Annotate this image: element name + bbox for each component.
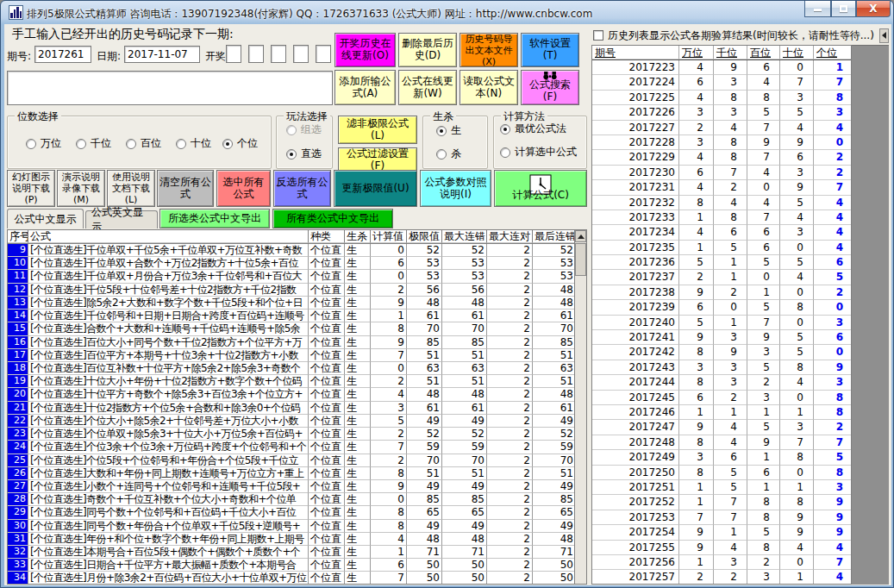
parameter-reference-button[interactable]: 公式参数对照说明(I) bbox=[420, 170, 491, 207]
radio-wanwei[interactable]: 万位 bbox=[26, 136, 61, 151]
formula-input-area[interactable] bbox=[7, 71, 333, 105]
radio-sheng[interactable]: 生 bbox=[436, 123, 461, 138]
doc-download-button[interactable]: 使用说明文档下载(L) bbox=[107, 170, 155, 207]
invert-selection-button[interactable]: 反选所有公式 bbox=[273, 170, 331, 207]
select-all-formulas-button[interactable]: 选中所有公式 bbox=[216, 170, 271, 207]
history-table: 期号 万位 千位 百位 十位 个位 2017223496012017224634… bbox=[591, 45, 852, 585]
scroll-left-button[interactable] bbox=[879, 28, 889, 43]
formula-row[interactable]: 27[个位直选生]小数个+连同号+个位邻号和+连顺号+千位5段+个位直生9494… bbox=[8, 480, 586, 493]
cell-digit-5: 2 bbox=[814, 285, 852, 300]
cell-kind: 个位直 bbox=[309, 362, 345, 375]
update-limit-button[interactable]: 更新极限值(U) bbox=[334, 170, 417, 207]
formula-row[interactable]: 14[个位直选生]千位邻号和+日期+日期合+跨度+百位码+连顺号个位直生1616… bbox=[8, 310, 586, 322]
formula-row[interactable]: 17[个位直选生]百位平方+本期号+十位3余+十位2指数方+小数个位直生7515… bbox=[8, 349, 586, 362]
draw-digit-input-1[interactable] bbox=[226, 45, 241, 63]
formula-row[interactable]: 24[个位直选生]个位3余+个位3余+万位码+跨度+个位邻号和+个个位直生759… bbox=[8, 441, 586, 454]
calculate-button[interactable]: 计算公式(C) bbox=[494, 170, 587, 207]
verify-checkbox[interactable] bbox=[593, 30, 603, 41]
radio-shiwei[interactable]: 十位 bbox=[176, 136, 211, 151]
clear-formulas-button[interactable]: 清空所有公式 bbox=[157, 170, 214, 207]
formula-row[interactable]: 30[个位直选生]同号个数+年份合+个位单双+千位5段+逆顺号+个位直生8494… bbox=[8, 520, 586, 533]
formula-row[interactable]: 13[个位直选生]除5余2+大数和+数字个数+千位5段+和个位+日个位直生948… bbox=[8, 297, 586, 310]
formula-row[interactable]: 22[个位直选生]个位大小+除5余2+十位邻号差+万位大小+小数个位直生5494… bbox=[8, 415, 586, 428]
cell-calc: 6 bbox=[371, 559, 407, 572]
slide-download-button[interactable]: 幻灯图示说明下载(P) bbox=[7, 170, 55, 207]
export-history-button[interactable]: 历史号码导出文本文件(X) bbox=[460, 33, 518, 67]
digit-select-title: 位数选择 bbox=[15, 109, 61, 124]
delete-last-history-button[interactable]: 删除最后历史(D) bbox=[398, 33, 457, 67]
formula-row[interactable]: 19[个位直选生]十位大小+年份+十位2指数方+数字个数+个位码个位直生2515… bbox=[8, 375, 586, 388]
formula-row[interactable]: 26[个位直选生]大数和+年份+同上期数+连顺号+万位立方+重上个位直生8515… bbox=[8, 467, 586, 480]
cell-kind: 个位直 bbox=[309, 322, 345, 335]
close-button[interactable]: X bbox=[856, 1, 891, 17]
cell-digit-5: 8 bbox=[814, 405, 852, 420]
period-input[interactable]: 2017261 bbox=[34, 46, 91, 63]
export-all-button[interactable]: 所有类公式中文导出 bbox=[272, 209, 393, 228]
cell-ss: 生 bbox=[345, 270, 371, 283]
update-history-online-button[interactable]: 开奖历史在线更新(O) bbox=[334, 33, 396, 67]
formula-row[interactable]: 20[个位直选生]十位平方+奇数个+除5余3+百位3余+个位立方+个位直生448… bbox=[8, 388, 586, 401]
scroll-up-button[interactable] bbox=[575, 230, 586, 242]
formula-table-scrollbar[interactable] bbox=[574, 230, 586, 584]
formula-row[interactable]: 15[个位直选生]合数个+大数和+连顺号+千位码+连顺号+除5余个位直生8707… bbox=[8, 322, 586, 335]
cell-digit-4: 3 bbox=[780, 91, 814, 105]
filter-non-limit-button[interactable]: 滤非极限公式(L) bbox=[338, 116, 417, 144]
cell-max-err: 53 bbox=[442, 257, 487, 270]
app-icon bbox=[9, 5, 23, 20]
software-settings-button[interactable]: 软件设置(T) bbox=[521, 33, 579, 67]
history-row: 201723651556 bbox=[592, 255, 851, 270]
title-bar[interactable]: 排列5极限公式精算师 咨询电话：13907192348(付家辉) QQ：1726… bbox=[1, 1, 893, 24]
tab-formula-chinese[interactable]: 公式中文显示 bbox=[7, 209, 84, 228]
cell-last-err: 51 bbox=[533, 467, 576, 480]
radio-baiwei[interactable]: 百位 bbox=[126, 136, 161, 151]
video-download-button[interactable]: 演示说明录像下载(M) bbox=[57, 170, 105, 207]
cell-period: 2017226 bbox=[592, 105, 679, 120]
cell-calc: 1 bbox=[371, 310, 407, 322]
formula-row[interactable]: 33[个位直选生]日期合+千位平方+最大振幅+质数个+本期号合个位直生65050… bbox=[8, 559, 586, 572]
cell-digit-5: 3 bbox=[814, 105, 852, 120]
formula-filter-settings-button[interactable]: 公式过滤设置(F) bbox=[338, 147, 417, 172]
cell-digit-1: 2 bbox=[679, 570, 714, 585]
cell-digit-4: 0 bbox=[780, 466, 814, 480]
formula-row[interactable]: 9[个位直选生]千位单双+千位5余+千位单双+万位互补数+奇数个位直生05252… bbox=[8, 244, 586, 257]
formula-row[interactable]: 11[个位直选生]千位单双+月份合+万位3余+千位邻号和+百位大个位直生0535… bbox=[8, 270, 586, 283]
radio-zuxuan[interactable]: 组选 bbox=[286, 122, 322, 137]
update-formula-online-button[interactable]: 公式在线更新(W) bbox=[398, 70, 457, 105]
formula-row[interactable]: 31[个位直选生]年份+和个位+数字个数+年份+同上期数+上期号个位直生4484… bbox=[8, 533, 586, 546]
cell-digit-2: 8 bbox=[714, 210, 747, 225]
scrollbar-thumb[interactable] bbox=[575, 243, 586, 276]
read-formula-text-button[interactable]: 读取公式文本(N) bbox=[460, 70, 518, 105]
formula-row[interactable]: 12[个位直选生]千位5段+十位邻号差+十位2指数方+千位2指数个位直生2565… bbox=[8, 284, 586, 297]
draw-digit-input-2[interactable] bbox=[248, 45, 264, 63]
formula-row[interactable]: 23[个位直选生]个位单双+除5余3+十位大小+万位5余+百位码+个位直生252… bbox=[8, 428, 586, 441]
radio-calc-selected[interactable]: 计算选中公式 bbox=[500, 145, 577, 160]
radio-best-formula[interactable]: 最优公式法 bbox=[500, 122, 566, 136]
radio-qianwei[interactable]: 千位 bbox=[76, 136, 111, 151]
radio-zhixuan[interactable]: 直选 bbox=[286, 147, 322, 161]
cell-seq: 27 bbox=[8, 480, 28, 493]
formula-row[interactable]: 16[个位直选生]百位大小+同号个数+千位2指数方+个位平方+万个位直生9858… bbox=[8, 336, 586, 349]
formula-search-button[interactable]: 公式搜索(F) bbox=[521, 70, 579, 105]
tab-formula-english[interactable]: 公式英文显示 bbox=[85, 210, 158, 228]
radio-sha[interactable]: 杀 bbox=[436, 147, 461, 161]
draw-digit-input-3[interactable] bbox=[271, 45, 286, 63]
formula-row[interactable]: 34[个位直选生]月份+除3余2+百位码+百位大小+十位单双+万位个位直生750… bbox=[8, 572, 586, 585]
formula-row[interactable]: 18[个位直选生]百位互补数+十位平方+除5余2+除5余3+奇数个个位直生063… bbox=[8, 362, 586, 375]
cell-calc: 4 bbox=[371, 533, 407, 546]
formula-row[interactable]: 32[个位直选生]本期号合+百位5段+偶数个+偶数个+质数个+个个位直生1717… bbox=[8, 546, 586, 559]
formula-row[interactable]: 25[个位直选生]个位5段+个位邻号和+年份合+个位5段+千位立个位直生2707… bbox=[8, 454, 586, 467]
formula-row[interactable]: 21[个位直选生]十位2指数方+个位5余+合数和+除3余0+个位码个位直生361… bbox=[8, 402, 586, 415]
formula-row[interactable]: 28[个位直选生]奇数个+千位互补数+个位大小+奇数和+个位单个位直生08585… bbox=[8, 493, 586, 506]
export-selected-button[interactable]: 所选类公式中文导出 bbox=[159, 209, 270, 228]
date-input[interactable]: 2017-11-07 bbox=[124, 46, 200, 63]
cell-kind: 个位直 bbox=[309, 244, 345, 257]
add-formula-button[interactable]: 添加所输公式(A) bbox=[334, 70, 396, 105]
draw-digit-input-4[interactable] bbox=[293, 45, 309, 63]
radio-gewei[interactable]: 个位 bbox=[222, 136, 258, 151]
formula-row[interactable]: 29[个位直选生]同号个数+个位邻号和+百位码+千位大小+百位个位直生86565… bbox=[8, 506, 586, 519]
draw-digit-input-5[interactable] bbox=[316, 45, 331, 63]
column-header-last-err: 最后连错 bbox=[533, 230, 576, 243]
minimize-button[interactable] bbox=[804, 1, 831, 17]
formula-row[interactable]: 10[个位直选生]千位单双+合数个+万位2指数方+十位5余+百位个位直生6535… bbox=[8, 257, 586, 270]
maximize-button[interactable] bbox=[831, 1, 856, 17]
